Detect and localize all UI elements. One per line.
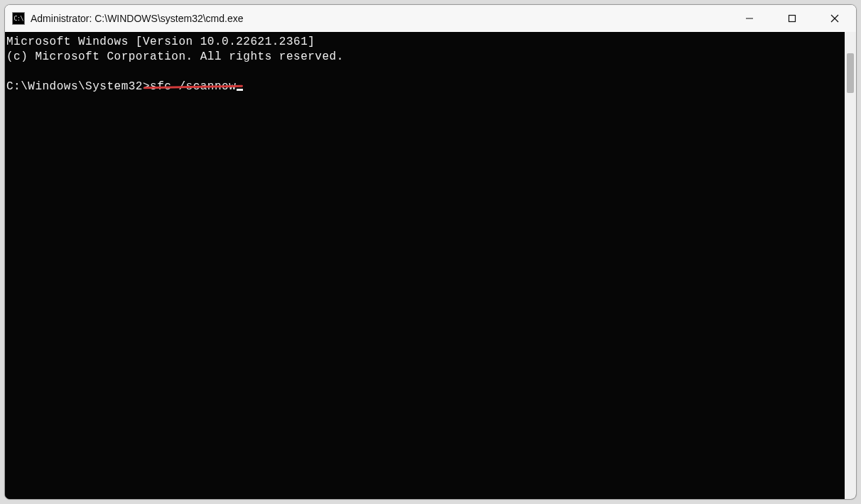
terminal-area: Microsoft Windows [Version 10.0.22621.23… bbox=[5, 32, 856, 499]
minimize-icon bbox=[745, 14, 754, 23]
scrollbar-track[interactable] bbox=[845, 32, 856, 499]
close-button[interactable] bbox=[813, 5, 856, 32]
minimize-button[interactable] bbox=[728, 5, 771, 32]
cmd-window: C:\ Administrator: C:\WINDOWS\system32\c… bbox=[4, 4, 857, 500]
terminal[interactable]: Microsoft Windows [Version 10.0.22621.23… bbox=[5, 32, 845, 499]
cmd-app-icon: C:\ bbox=[12, 12, 25, 25]
prompt-path: C:\Windows\System32> bbox=[6, 80, 150, 93]
maximize-button[interactable] bbox=[771, 5, 813, 32]
app-icon-text: C:\ bbox=[13, 15, 23, 22]
maximize-icon bbox=[788, 14, 796, 23]
window-controls bbox=[728, 5, 856, 32]
close-icon bbox=[830, 14, 839, 23]
output-line-version: Microsoft Windows [Version 10.0.22621.23… bbox=[6, 35, 315, 48]
text-cursor bbox=[237, 89, 243, 91]
titlebar[interactable]: C:\ Administrator: C:\WINDOWS\system32\c… bbox=[5, 5, 856, 32]
output-line-copyright: (c) Microsoft Corporation. All rights re… bbox=[6, 50, 344, 63]
scrollbar-thumb[interactable] bbox=[847, 53, 854, 93]
svg-rect-1 bbox=[789, 16, 796, 22]
window-title: Administrator: C:\WINDOWS\system32\cmd.e… bbox=[31, 13, 244, 24]
